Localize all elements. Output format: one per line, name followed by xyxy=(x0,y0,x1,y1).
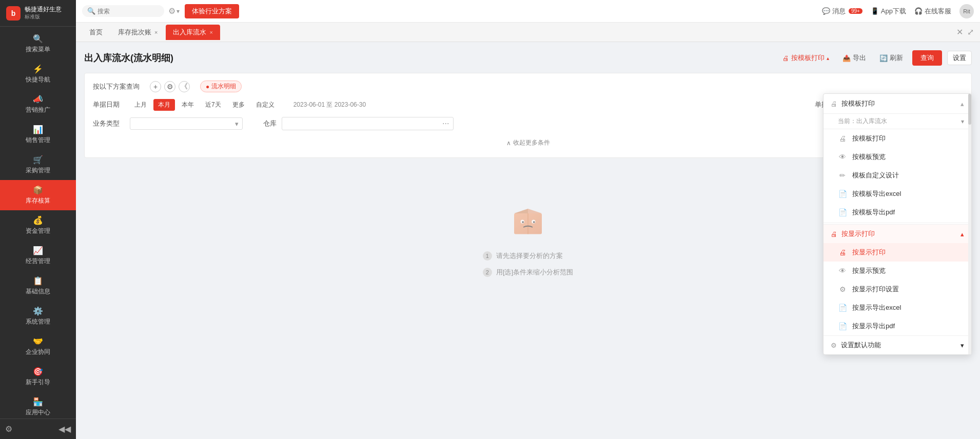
header-right: 💬 消息 99+ 📱 App下载 🎧 在线客服 Rit xyxy=(822,4,974,18)
sidebar-item-collab[interactable]: 🤝 企业协同 xyxy=(0,331,76,362)
template-pdf-icon: 📄 xyxy=(838,208,847,216)
tab-close-batch[interactable]: × xyxy=(154,29,158,35)
display-print-section-icon: 🖨 xyxy=(831,230,837,238)
display-print-section[interactable]: 🖨 按显示打印 ▴ xyxy=(824,224,971,243)
print-dropdown-panel: 🖨 按模板打印 ▴ 当前：出入库流水 ▾ 🖨 按模板打印 👁 按模板预览 ✏ 模… xyxy=(823,93,972,355)
dropdown-divider xyxy=(824,223,971,223)
header-search-wrap: 🔍 xyxy=(82,5,164,17)
sidebar-item-marketing[interactable]: 📣 营销推广 xyxy=(0,89,76,119)
finance-icon: 💰 xyxy=(33,215,43,225)
sidebar-item-guide[interactable]: 🎯 新手引导 xyxy=(0,362,76,392)
sidebar-item-basic[interactable]: 📋 基础信息 xyxy=(0,271,76,301)
dropdown-item-display-pdf[interactable]: 📄 按显示导出pdf xyxy=(824,317,971,335)
sidebar-item-purchase[interactable]: 🛒 采购管理 xyxy=(0,150,76,180)
logo-text: 畅捷通好生意 标准版 xyxy=(25,6,62,21)
tab-batch-account[interactable]: 库存批次账 × xyxy=(111,25,165,40)
sidebar-item-quick-nav[interactable]: ⚡ 快捷导航 xyxy=(0,59,76,89)
warehouse-more-btn[interactable]: ··· xyxy=(442,119,449,128)
tab-home[interactable]: 首页 xyxy=(82,25,110,40)
dropdown-scrollbar[interactable] xyxy=(968,94,971,354)
page-actions: 🖨 按模板打印 ▴ 📤 导出 🔄 刷新 查询 设置 xyxy=(778,50,972,66)
query-button[interactable]: 查询 xyxy=(912,50,942,66)
svg-point-7 xyxy=(533,221,535,223)
main-area: 🔍 ⚙ ▾ 体验行业方案 💬 消息 99+ 📱 App下载 🎧 在线客服 Rit xyxy=(76,0,980,439)
refresh-button[interactable]: 🔄 刷新 xyxy=(875,51,907,65)
sidebar-settings-icon[interactable]: ⚙ xyxy=(5,424,12,434)
sidebar-item-system[interactable]: ⚙️ 系统管理 xyxy=(0,301,76,331)
dropdown-item-display-preview[interactable]: 👁 按显示预览 xyxy=(824,262,971,280)
date-btn-7days[interactable]: 近7天 xyxy=(201,99,226,111)
printer-icon: 🖨 xyxy=(782,54,789,62)
date-range-display: 2023-06-01 至 2023-06-30 xyxy=(293,101,366,109)
tab-maximize-icon[interactable]: ⤢ xyxy=(967,27,974,37)
flow-detail-tag[interactable]: ● 流水明细 xyxy=(200,81,242,92)
sidebar-bottom: ⚙ ◀◀ xyxy=(0,418,76,439)
tab-close-flow[interactable]: × xyxy=(209,29,212,35)
dropdown-item-display-excel[interactable]: 📄 按显示导出excel xyxy=(824,298,971,317)
customer-service-item[interactable]: 🎧 在线客服 xyxy=(914,7,951,16)
user-profile-item[interactable]: Rit xyxy=(959,4,974,18)
display-settings-icon: ⚙ xyxy=(838,285,847,293)
dropdown-item-display-settings[interactable]: ⚙ 按显示打印设置 xyxy=(824,280,971,298)
filter-row-1: 按以下方案查询 + ⚙ 《 ● 流水明细 xyxy=(93,81,963,92)
collapse-filter-btn[interactable]: 《 xyxy=(179,81,190,92)
sidebar-item-appstore[interactable]: 🏪 应用中心 xyxy=(0,392,76,418)
dropdown-current-template[interactable]: 当前：出入库流水 ▾ xyxy=(824,114,971,129)
tab-flow[interactable]: 出入库流水 × xyxy=(166,25,220,40)
sidebar-item-sales[interactable]: 📊 销售管理 xyxy=(0,119,76,150)
settings-gear-icon[interactable]: ⚙ xyxy=(168,6,175,16)
date-btn-thisyear[interactable]: 本年 xyxy=(177,99,199,111)
dropdown-item-template-excel[interactable]: 📄 按模板导出excel xyxy=(824,185,971,203)
date-btn-custom[interactable]: 自定义 xyxy=(251,99,279,111)
logo-icon: b xyxy=(6,6,21,21)
industry-solution-button[interactable]: 体验行业方案 xyxy=(185,4,239,18)
dropdown-footer-defaults[interactable]: ⚙ 设置默认功能 ▾ xyxy=(824,335,971,354)
warehouse-label: 仓库 xyxy=(263,119,277,128)
template-preview-icon: 👁 xyxy=(838,153,847,161)
template-print-button[interactable]: 🖨 按模板打印 ▴ xyxy=(778,51,833,65)
edit-filter-btn[interactable]: ⚙ xyxy=(164,81,175,92)
app-download-item[interactable]: 📱 App下载 xyxy=(871,7,906,16)
settings-button[interactable]: 设置 xyxy=(947,51,972,65)
dropdown-item-template-pdf[interactable]: 📄 按模板导出pdf xyxy=(824,203,971,222)
date-btn-lastmonth[interactable]: 上月 xyxy=(130,99,151,111)
dropdown-item-template-print[interactable]: 🖨 按模板打印 xyxy=(824,129,971,148)
sidebar-item-search[interactable]: 🔍 搜索菜单 xyxy=(0,29,76,59)
guide-icon: 🎯 xyxy=(33,367,43,376)
dropdown-item-template-preview[interactable]: 👁 按模板预览 xyxy=(824,148,971,166)
basic-icon: 📋 xyxy=(33,276,43,286)
sidebar-collapse-icon[interactable]: ◀◀ xyxy=(58,424,71,434)
add-filter-btn[interactable]: + xyxy=(150,81,161,92)
collab-icon: 🤝 xyxy=(33,336,43,346)
current-template-chevron: ▾ xyxy=(961,118,964,125)
dropdown-close-chevron[interactable]: ▴ xyxy=(961,100,964,108)
search-input[interactable] xyxy=(97,8,159,15)
biz-type-select[interactable] xyxy=(130,117,243,130)
date-btn-thismonth[interactable]: 本月 xyxy=(153,99,175,111)
dropdown-item-display-print[interactable]: 🖨 按显示打印 xyxy=(824,243,971,262)
display-excel-icon: 📄 xyxy=(838,304,847,312)
messages-item[interactable]: 💬 消息 99+ xyxy=(822,7,863,16)
sidebar-item-inventory[interactable]: 📦 库存核算 xyxy=(0,180,76,210)
chevron-up-collapse-icon: ∧ xyxy=(506,139,511,147)
appstore-icon: 🏪 xyxy=(33,397,43,407)
sidebar-item-operations[interactable]: 📈 经营管理 xyxy=(0,241,76,271)
chevron-up-icon: ▴ xyxy=(827,55,829,61)
display-print-icon: 🖨 xyxy=(838,248,847,256)
sidebar-item-finance[interactable]: 💰 资金管理 xyxy=(0,210,76,241)
warehouse-input-wrap: ··· xyxy=(282,117,454,130)
operations-icon: 📈 xyxy=(33,246,43,255)
footer-chevron: ▾ xyxy=(961,342,964,349)
dropdown-item-template-customize[interactable]: ✏ 模板自定义设计 xyxy=(824,166,971,185)
top-header: 🔍 ⚙ ▾ 体验行业方案 💬 消息 99+ 📱 App下载 🎧 在线客服 Rit xyxy=(76,0,980,23)
dropdown-arrow-icon[interactable]: ▾ xyxy=(177,8,180,15)
warehouse-input[interactable] xyxy=(286,120,440,127)
date-btn-more[interactable]: 更多 xyxy=(228,99,249,111)
tab-close-all-icon[interactable]: ✕ xyxy=(956,27,963,37)
export-button[interactable]: 📤 导出 xyxy=(838,51,870,65)
date-quick-btns: 上月 本月 本年 近7天 更多 自定义 xyxy=(130,99,279,111)
svg-marker-2 xyxy=(528,209,542,213)
tab-bar-actions: ✕ ⤢ xyxy=(956,27,974,37)
phone-icon: 📱 xyxy=(871,7,879,15)
sidebar: b 畅捷通好生意 标准版 🔍 搜索菜单 ⚡ 快捷导航 📣 营销推广 📊 销售管理… xyxy=(0,0,76,439)
